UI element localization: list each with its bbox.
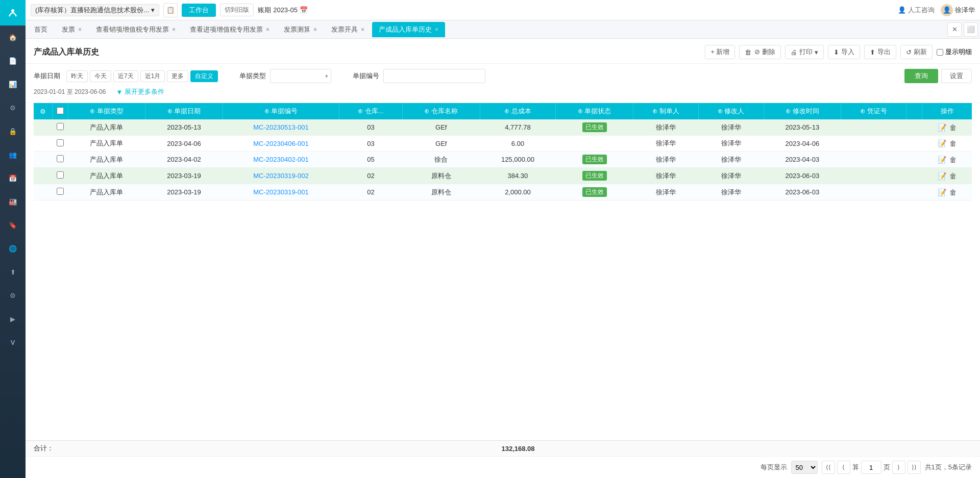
row-number-link-1[interactable]: MC-20230406-001	[253, 140, 308, 147]
maximize-btn[interactable]: ⬜	[964, 22, 978, 37]
tab-invoice-open[interactable]: 发票开具 ×	[325, 22, 371, 37]
refresh-button[interactable]: ↺ 刷新	[900, 45, 933, 59]
tab-check-input-vat[interactable]: 查看进项增值税专用发票 ×	[183, 22, 276, 37]
import-button[interactable]: ⬇ 导入	[828, 45, 860, 59]
set-button[interactable]: 设置	[941, 69, 972, 83]
export-button[interactable]: ⬆ 导出	[864, 45, 896, 59]
row-edit-icon-0[interactable]: 📝	[938, 123, 946, 132]
stamp-icon: 🔖	[9, 221, 17, 229]
row-number-link-4[interactable]: MC-20230319-001	[253, 188, 308, 196]
sidebar-item-lock[interactable]: 🔒	[0, 119, 26, 143]
doc-icon-btn[interactable]: 📋	[163, 3, 178, 17]
date-btn-custom[interactable]: 自定义	[190, 70, 218, 82]
row-delete-icon-2[interactable]: 🗑	[949, 156, 957, 164]
row-select-checkbox-0[interactable]	[57, 123, 64, 130]
tab-invoice[interactable]: 发票 ×	[55, 22, 88, 37]
sidebar-item-users[interactable]: 👥	[0, 143, 26, 166]
select-all-checkbox[interactable]	[57, 107, 64, 114]
row-date-0: 2023-05-13	[145, 119, 223, 136]
row-select-checkbox-3[interactable]	[57, 171, 64, 179]
first-page-btn[interactable]: ⟨⟨	[822, 461, 835, 474]
row-delete-icon-3[interactable]: 🗑	[949, 172, 957, 180]
tab-invoice-open-close[interactable]: ×	[361, 26, 364, 33]
tab-invoice-calc-close[interactable]: ×	[313, 26, 317, 33]
sidebar-item-chart[interactable]: 📊	[0, 72, 26, 96]
page-size-select[interactable]: 50 20 100	[791, 461, 818, 474]
tab-home[interactable]: 首页	[28, 22, 54, 37]
row-edit-icon-4[interactable]: 📝	[938, 188, 946, 196]
row-select-checkbox-2[interactable]	[57, 155, 64, 162]
company-selector[interactable]: (库存核算）直播轻跑通信息技术股份... ▾	[31, 4, 159, 16]
sidebar-item-play[interactable]: ▶	[0, 307, 26, 331]
workbench-button[interactable]: 工作台	[182, 4, 216, 17]
page-number-input[interactable]	[861, 461, 881, 474]
col-settings[interactable]: ⚙	[34, 103, 52, 119]
col-type-header[interactable]: ⊕ 单据类型	[68, 103, 145, 119]
date-btn-yesterday[interactable]: 昨天	[66, 70, 88, 82]
service-button[interactable]: 👤 人工咨询	[898, 6, 935, 15]
col-warehouse-name-header[interactable]: ⊕ 仓库名称	[402, 103, 480, 119]
date-btn-7days[interactable]: 近7天	[113, 70, 138, 82]
row-delete-icon-4[interactable]: 🗑	[949, 188, 957, 196]
delete-button[interactable]: 🗑 ⊘ 删除	[739, 45, 781, 59]
tab-check-input-close[interactable]: ×	[266, 26, 270, 33]
prev-page-btn[interactable]: ⟨	[837, 461, 850, 474]
col-date-header[interactable]: ⊕ 单据日期	[145, 103, 223, 119]
sidebar-item-v[interactable]: V	[0, 331, 26, 354]
tab-invoice-calc[interactable]: 发票测算 ×	[277, 22, 324, 37]
sidebar-item-gear2[interactable]: ⚙	[0, 284, 26, 307]
switch-version-button[interactable]: 切到旧版	[220, 4, 254, 16]
tab-invoice-close[interactable]: ×	[78, 26, 82, 33]
col-status-header[interactable]: ⊕ 单据状态	[556, 103, 633, 119]
col-number-header[interactable]: ⊕ 单据编号	[223, 103, 339, 119]
new-button[interactable]: + 新增	[705, 45, 735, 59]
sidebar-item-upload[interactable]: ⬆	[0, 260, 26, 284]
row-delete-icon-0[interactable]: 🗑	[949, 123, 957, 132]
close-all-btn[interactable]: ✕	[947, 22, 962, 37]
tab-product-inbound-history[interactable]: 产成品入库单历史 ×	[372, 22, 445, 37]
col-modify-time-header[interactable]: ⊕ 修改时间	[764, 103, 841, 119]
tab-check-sales-close[interactable]: ×	[172, 26, 176, 33]
type-select[interactable]: 产品入库单	[270, 69, 331, 83]
col-empty-header	[906, 103, 922, 119]
row-number-0: MC-20230513-001	[223, 119, 339, 136]
expand-conditions-btn[interactable]: ▼ 展开更多条件	[112, 86, 168, 97]
col-voucher-header[interactable]: ⊕ 凭证号	[841, 103, 906, 119]
row-number-link-0[interactable]: MC-20230513-001	[253, 123, 308, 131]
col-creator-header[interactable]: ⊕ 制单人	[633, 103, 698, 119]
row-creator-3: 徐泽华	[633, 168, 698, 184]
sidebar-item-home[interactable]: 🏠	[0, 26, 26, 49]
row-number-link-3[interactable]: MC-20230319-002	[253, 172, 308, 180]
sidebar-item-globe[interactable]: 🌐	[0, 237, 26, 260]
sidebar-item-invoice[interactable]: 📄	[0, 49, 26, 72]
sidebar-item-warehouse[interactable]: 🏭	[0, 190, 26, 213]
user-menu[interactable]: 👤 徐泽华	[941, 4, 975, 16]
sidebar-item-stamp[interactable]: 🔖	[0, 213, 26, 237]
next-page-btn[interactable]: ⟩	[892, 461, 905, 474]
row-edit-icon-1[interactable]: 📝	[938, 139, 946, 147]
sort-icon: ⊕	[504, 107, 511, 115]
print-button[interactable]: 🖨 打印 ▾	[785, 45, 824, 59]
tab-check-sales-vat[interactable]: 查看销项增值税专用发票 ×	[89, 22, 182, 37]
show-detail-checkbox[interactable]	[937, 49, 943, 56]
sidebar-item-calendar[interactable]: 📅	[0, 166, 26, 190]
tab-product-inbound-close[interactable]: ×	[435, 26, 438, 33]
row-number-link-2[interactable]: MC-20230402-001	[253, 156, 308, 163]
col-total-cost-header[interactable]: ⊕ 总成本	[480, 103, 556, 119]
date-btn-more[interactable]: 更多	[167, 70, 188, 82]
row-edit-icon-3[interactable]: 📝	[938, 172, 946, 180]
row-select-checkbox-1[interactable]	[57, 139, 64, 146]
calendar-icon-small[interactable]: 📅	[300, 6, 308, 14]
col-modifier-header[interactable]: ⊕ 修改人	[698, 103, 764, 119]
date-btn-1month[interactable]: 近1月	[140, 70, 165, 82]
date-btn-today[interactable]: 今天	[90, 70, 111, 82]
col-warehouse-code-header[interactable]: ⊕ 仓库...	[339, 103, 403, 119]
number-filter-input[interactable]	[383, 69, 485, 83]
query-button[interactable]: 查询	[904, 69, 938, 83]
row-delete-icon-1[interactable]: 🗑	[949, 139, 957, 147]
last-page-btn[interactable]: ⟩⟩	[908, 461, 921, 474]
show-detail-checkbox-label[interactable]: 显示明细	[937, 47, 972, 57]
row-edit-icon-2[interactable]: 📝	[938, 156, 946, 164]
sidebar-item-settings[interactable]: ⚙	[0, 96, 26, 119]
row-select-checkbox-4[interactable]	[57, 188, 64, 195]
